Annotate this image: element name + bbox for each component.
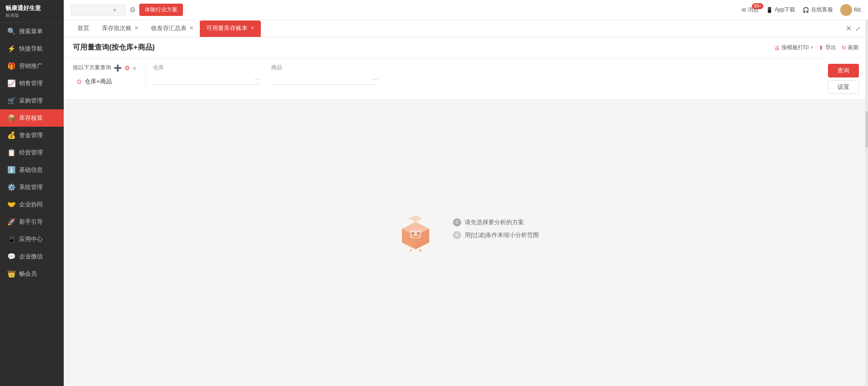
filter-panel: 按以下方案查询 ➕ ⚙ « ⊙ 仓库+商品 仓库 ··· (64, 58, 868, 100)
sidebar-item-wechat[interactable]: 💬 企业微信 (0, 248, 64, 265)
tabs-bar: 首页 库存批次账 ✕ 收发存汇总表 ✕ 可用量库存账本 ✕ ✕ ⤢ (64, 20, 868, 37)
svg-rect-8 (412, 236, 419, 237)
goods-input[interactable] (271, 76, 371, 82)
username-label: Rit (854, 7, 861, 13)
industry-btn[interactable]: 体验行业方案 (139, 4, 183, 16)
sidebar-item-appcenter[interactable]: 📱 应用中心 (0, 231, 64, 248)
sidebar-label-inventory: 库存核算 (19, 114, 43, 122)
sidebar-label-basic: 基础信息 (19, 166, 43, 174)
topbar-right: ✉ 消息 99+ 📱 App下载 🎧 在线客服 Rit (741, 4, 861, 16)
sidebar-scroll: 🔍 搜索菜单 ⚡ 快捷导航 🎁 营销推广 📈 销售管理 🛒 采购管理 📦 库存核… (0, 23, 64, 386)
logo-subtitle: 标准版 (5, 12, 58, 19)
goods-input-wrap: ··· (271, 73, 379, 85)
page-title: 可用量查询(按仓库+商品) (73, 43, 155, 52)
refresh-icon: ↻ (842, 45, 846, 51)
tab-label-home: 首页 (77, 24, 89, 32)
sidebar-icon-sales: 📈 (7, 79, 15, 87)
tab-batch[interactable]: 库存批次账 ✕ (96, 21, 145, 37)
sidebar-item-member[interactable]: 👑 畅会员 (0, 265, 64, 283)
tab-label-batch: 库存批次账 (102, 24, 132, 32)
tab-close-available[interactable]: ✕ (250, 25, 254, 31)
sidebar-item-sales[interactable]: 📈 销售管理 (0, 75, 64, 92)
settings-scheme-icon[interactable]: ⚙ (124, 64, 130, 72)
sidebar-icon-wechat: 💬 (7, 252, 15, 261)
mobile-icon: 📱 (766, 7, 773, 13)
scrollbar-thumb[interactable] (865, 111, 868, 148)
warehouse-field: 仓库 ··· (153, 64, 260, 85)
sidebar-item-enterprise[interactable]: 🤝 企业协同 (0, 196, 64, 213)
sidebar-item-search[interactable]: 🔍 搜索菜单 (0, 23, 64, 40)
sidebar-label-member: 畅会员 (19, 270, 37, 278)
scheme-item-icon: ⊙ (76, 78, 82, 85)
tab-label-summary: 收发存汇总表 (151, 24, 187, 32)
sidebar-label-newguide: 新手引导 (19, 218, 43, 226)
app-download-label: App下载 (775, 6, 795, 14)
goods-dots-btn[interactable]: ··· (373, 75, 379, 82)
tab-summary[interactable]: 收发存汇总表 ✕ (145, 21, 200, 37)
sidebar: 畅康通好生意 标准版 🔍 搜索菜单 ⚡ 快捷导航 🎁 营销推广 📈 销售管理 🛒… (0, 0, 64, 386)
sidebar-icon-appcenter: 📱 (7, 235, 15, 243)
svg-marker-4 (409, 215, 422, 222)
sidebar-item-system[interactable]: ⚙️ 系统管理 (0, 179, 64, 196)
sidebar-label-finance: 资金管理 (19, 131, 43, 139)
message-badge: 99+ (752, 3, 763, 9)
filter-fields: 仓库 ··· 商品 ··· (153, 64, 821, 85)
sidebar-item-quicknav[interactable]: ⚡ 快捷导航 (0, 40, 64, 57)
tab-label-available: 可用量库存账本 (206, 24, 248, 32)
sidebar-icon-basic: ℹ️ (7, 166, 15, 174)
app-download-btn[interactable]: 📱 App下载 (766, 6, 795, 14)
search-chevron-icon[interactable]: ▾ (113, 7, 116, 13)
sidebar-item-newguide[interactable]: 🚀 新手引导 (0, 213, 64, 231)
add-scheme-icon[interactable]: ➕ (114, 64, 122, 72)
sidebar-icon-system: ⚙️ (7, 183, 15, 191)
warehouse-dots-btn[interactable]: ··· (255, 75, 260, 82)
sidebar-item-basic[interactable]: ℹ️ 基础信息 (0, 161, 64, 179)
export-label: 导出 (825, 44, 836, 51)
tip-number-2: ② (453, 231, 461, 239)
goods-label: 商品 (271, 64, 379, 72)
sidebar-label-system: 系统管理 (19, 183, 43, 191)
sidebar-label-search: 搜索菜单 (19, 27, 43, 36)
collapse-scheme-icon[interactable]: « (133, 64, 137, 72)
sidebar-icon-marketing: 🎁 (7, 62, 15, 70)
user-menu[interactable]: Rit (840, 4, 861, 16)
refresh-btn[interactable]: ↻ 刷新 (842, 44, 859, 51)
scheme-item-warehouse-goods[interactable]: ⊙ 仓库+商品 (73, 75, 138, 88)
close-window-icon[interactable]: ✕ (846, 24, 852, 33)
export-btn[interactable]: ⬆ 导出 (819, 44, 836, 51)
tab-home[interactable]: 首页 (71, 21, 96, 37)
goods-field: 商品 ··· (271, 64, 379, 85)
maximize-window-icon[interactable]: ⤢ (855, 25, 861, 32)
sidebar-icon-search: 🔍 (7, 27, 15, 36)
sidebar-label-operations: 经营管理 (19, 149, 43, 157)
print-btn[interactable]: 🖨 按模板打印 ▾ (774, 44, 813, 51)
sidebar-item-operations[interactable]: 📋 经营管理 (0, 144, 64, 161)
content-area: 可用量查询(按仓库+商品) 🖨 按模板打印 ▾ ⬆ 导出 ↻ 刷新 (64, 37, 868, 386)
print-chevron-icon[interactable]: ▾ (811, 45, 813, 51)
sidebar-item-purchase[interactable]: 🛒 采购管理 (0, 92, 64, 109)
message-btn[interactable]: ✉ 消息 99+ (741, 6, 759, 14)
query-btn[interactable]: 查询 (828, 64, 859, 77)
sidebar-item-finance[interactable]: 💰 资金管理 (0, 127, 64, 144)
search-input[interactable] (75, 7, 112, 13)
tip-text-1: 请先选择要分析的方案 (465, 218, 524, 226)
sidebar-icon-enterprise: 🤝 (7, 201, 15, 209)
empty-tip-2: ② 用[过滤]条件来缩小分析范围 (453, 231, 539, 239)
tab-close-summary[interactable]: ✕ (189, 25, 193, 31)
sidebar-label-wechat: 企业微信 (19, 252, 43, 261)
headset-icon: 🎧 (802, 7, 809, 13)
avatar (840, 4, 852, 16)
online-service-btn[interactable]: 🎧 在线客服 (802, 6, 833, 14)
filter-settings-btn[interactable]: 设置 (828, 80, 859, 94)
online-service-label: 在线客服 (811, 6, 833, 14)
topbar: ▾ ⚙ 体验行业方案 ✉ 消息 99+ 📱 App下载 🎧 在线客服 Rit (64, 0, 868, 20)
sidebar-item-marketing[interactable]: 🎁 营销推广 (0, 57, 64, 75)
tip-number-1: ① (453, 218, 461, 226)
tab-close-batch[interactable]: ✕ (134, 25, 138, 31)
print-icon: 🖨 (774, 45, 780, 51)
settings-icon[interactable]: ⚙ (129, 5, 136, 14)
warehouse-input[interactable] (153, 76, 253, 82)
sidebar-item-inventory[interactable]: 📦 库存核算 (0, 109, 64, 127)
tab-available[interactable]: 可用量库存账本 ✕ (200, 21, 261, 37)
right-scrollbar[interactable] (865, 20, 868, 386)
